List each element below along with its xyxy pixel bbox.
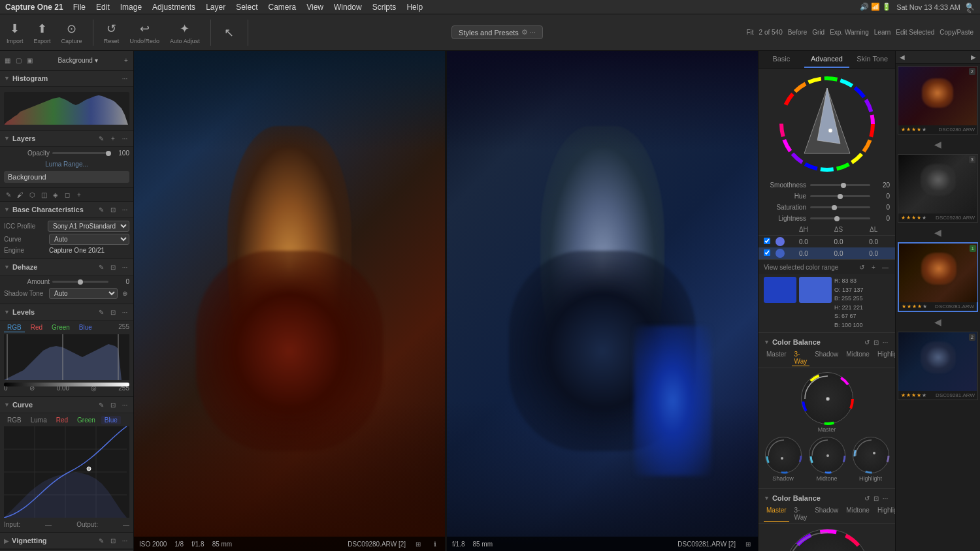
capture-button[interactable]: ⊙ Capture bbox=[61, 21, 82, 44]
layers-header[interactable]: ▼ Layers ✎ + ··· bbox=[0, 131, 133, 147]
right-expand-icon[interactable]: ⊞ bbox=[743, 539, 753, 548]
cb1-tab-highlight[interactable]: Highlight bbox=[875, 350, 895, 366]
background-layer[interactable]: Background bbox=[4, 171, 129, 183]
row1-checkbox-input[interactable] bbox=[764, 238, 770, 244]
curve-select[interactable]: Auto bbox=[49, 234, 129, 245]
curve-tab-rgb[interactable]: RGB bbox=[4, 416, 25, 424]
auto-adjust-button[interactable]: ✦ Auto Adjust bbox=[170, 21, 200, 44]
cb1-highlight-display[interactable] bbox=[853, 437, 889, 473]
curve-edit-icon[interactable]: ✎ bbox=[97, 400, 106, 409]
vignetting-copy-icon[interactable]: ⊡ bbox=[108, 536, 118, 545]
curve-header[interactable]: ▼ Curve ✎ ⊡ ··· bbox=[0, 397, 133, 413]
cb2-icon2[interactable]: ⊡ bbox=[872, 494, 881, 503]
cb1-tab-midtone[interactable]: Midtone bbox=[843, 350, 872, 366]
base-characteristics-header[interactable]: ▼ Base Characteristics ✎ ⊡ ··· bbox=[0, 202, 133, 218]
filmstrip-collapse-icon[interactable]: ◀ bbox=[900, 54, 905, 61]
cb2-icon3[interactable]: ··· bbox=[881, 494, 890, 503]
cb1-shadow-display[interactable] bbox=[765, 437, 802, 473]
tool-clone[interactable]: ◈ bbox=[51, 190, 60, 199]
lightness-slider[interactable] bbox=[810, 217, 870, 219]
menu-file[interactable]: File bbox=[69, 1, 90, 13]
layers-edit-icon[interactable]: ✎ bbox=[97, 134, 106, 143]
single-view-icon[interactable]: ▢ bbox=[14, 56, 23, 65]
layers-add-icon[interactable]: + bbox=[108, 134, 118, 143]
curve-tab-green[interactable]: Green bbox=[74, 416, 99, 424]
menu-camera[interactable]: Camera bbox=[264, 1, 301, 13]
shadow-tone-eyedropper[interactable]: ⊕ bbox=[120, 289, 129, 298]
cb2-tab-3way[interactable]: 3-Way bbox=[792, 506, 810, 522]
curve-tab-red[interactable]: Red bbox=[53, 416, 71, 424]
add-view-icon[interactable]: + bbox=[122, 56, 131, 65]
levels-edit-icon[interactable]: ✎ bbox=[97, 307, 106, 317]
tool-gradient[interactable]: ◫ bbox=[39, 190, 48, 199]
curve-copy-icon[interactable]: ⊡ bbox=[108, 400, 118, 409]
dehaze-edit-icon[interactable]: ✎ bbox=[97, 262, 106, 272]
dehaze-amount-slider[interactable] bbox=[52, 281, 108, 283]
cb1-icon1[interactable]: ↺ bbox=[862, 338, 872, 347]
grid-view-icon[interactable]: ▦ bbox=[3, 56, 12, 65]
cb2-icon1[interactable]: ↺ bbox=[862, 494, 872, 503]
color-table-row-2[interactable]: 0.0 0.0 0.0 bbox=[759, 247, 895, 259]
tool-brush[interactable]: 🖌 bbox=[16, 190, 25, 199]
cb1-tab-shadow[interactable]: Shadow bbox=[812, 350, 841, 366]
shadow-tone-select[interactable]: Auto bbox=[49, 288, 118, 299]
row2-checkbox-input[interactable] bbox=[764, 249, 770, 256]
cb1-tab-3way[interactable]: 3-Way bbox=[792, 350, 810, 366]
menu-select[interactable]: Select bbox=[231, 1, 262, 13]
split-view-icon[interactable]: ▣ bbox=[25, 56, 34, 65]
curve-tab-luma[interactable]: Luma bbox=[27, 416, 50, 424]
reset-button[interactable]: ↺ Reset bbox=[104, 21, 120, 44]
curve-tab-blue[interactable]: Blue bbox=[101, 416, 121, 424]
left-info-icon[interactable]: ℹ bbox=[431, 539, 440, 548]
smoothness-slider[interactable] bbox=[810, 184, 870, 186]
nav-arrow-right[interactable]: ◀ bbox=[896, 225, 980, 240]
icc-select[interactable]: Sony A1 ProStandard bbox=[48, 221, 129, 232]
cb2-tab-shadow[interactable]: Shadow bbox=[812, 506, 841, 522]
filmstrip-expand-icon[interactable]: ▶ bbox=[971, 54, 976, 61]
left-expand-icon[interactable]: ⊞ bbox=[414, 539, 423, 548]
cb2-master-wheel[interactable] bbox=[785, 529, 870, 551]
styles-presets-button[interactable]: Styles and Presets ⚙ ··· bbox=[451, 25, 543, 39]
tool-lasso[interactable]: ⬡ bbox=[27, 190, 37, 199]
color-table-row-1[interactable]: 0.0 0.0 0.0 bbox=[759, 236, 895, 247]
bc-menu-icon[interactable]: ··· bbox=[120, 205, 129, 214]
view-range-icon3[interactable]: — bbox=[881, 262, 890, 272]
color-tab-skintone[interactable]: Skin Tone bbox=[849, 51, 895, 68]
dehaze-header[interactable]: ▼ Dehaze ✎ ⊡ ··· bbox=[0, 259, 133, 276]
export-button[interactable]: ⬆ Export bbox=[34, 21, 51, 44]
menu-window[interactable]: Window bbox=[329, 1, 367, 13]
menu-help[interactable]: Help bbox=[402, 1, 427, 13]
layers-menu-icon[interactable]: ··· bbox=[120, 134, 129, 143]
filmstrip-item-3[interactable]: 1 ★ ★ ★ ★ ★ DSC09281.ARW bbox=[898, 242, 978, 312]
tool-add[interactable]: + bbox=[74, 190, 84, 199]
cb1-icon3[interactable]: ··· bbox=[881, 338, 890, 347]
cb2-tab-master[interactable]: Master bbox=[764, 506, 789, 522]
luma-range-button[interactable]: Luma Range... bbox=[4, 159, 129, 169]
cb1-icon2[interactable]: ⊡ bbox=[872, 338, 881, 347]
undoredo-button[interactable]: ↩ Undo/Redo bbox=[130, 21, 160, 44]
vignetting-edit-icon[interactable]: ✎ bbox=[97, 536, 106, 545]
levels-tab-red[interactable]: Red bbox=[27, 323, 46, 332]
cb2-tab-midtone[interactable]: Midtone bbox=[843, 506, 872, 522]
import-button[interactable]: ⬇ Import bbox=[7, 21, 24, 44]
levels-tab-blue[interactable]: Blue bbox=[76, 323, 95, 332]
opacity-slider[interactable] bbox=[52, 152, 108, 154]
cb1-tab-master[interactable]: Master bbox=[764, 350, 789, 366]
levels-copy-icon[interactable]: ⊡ bbox=[108, 307, 118, 317]
menu-view[interactable]: View bbox=[302, 1, 328, 13]
levels-tab-green[interactable]: Green bbox=[48, 323, 73, 332]
vignetting-menu-icon[interactable]: ··· bbox=[120, 536, 129, 545]
nav-arrow-left[interactable]: ◀ bbox=[896, 136, 980, 152]
saturation-slider[interactable] bbox=[810, 206, 870, 208]
color-tab-basic[interactable]: Basic bbox=[759, 51, 804, 68]
histogram-header[interactable]: ▼ Histogram ··· bbox=[0, 71, 133, 87]
histogram-menu-icon[interactable]: ··· bbox=[120, 74, 129, 83]
filmstrip-item-2[interactable]: 3 ★ ★ ★ ★ ★ DSC09280.ARW bbox=[898, 154, 978, 223]
filmstrip-item-4[interactable]: 2 ★ ★ ★ ★ ★ DSC09281.ARW bbox=[898, 332, 978, 400]
row2-check[interactable] bbox=[764, 249, 773, 257]
cb2-tab-highlight[interactable]: Highlight bbox=[875, 506, 895, 522]
menu-edit[interactable]: Edit bbox=[91, 1, 114, 13]
background-button[interactable]: Background ▾ bbox=[36, 57, 120, 64]
cb1-midtone-display[interactable] bbox=[809, 437, 845, 473]
color-tab-advanced[interactable]: Advanced bbox=[804, 51, 850, 68]
